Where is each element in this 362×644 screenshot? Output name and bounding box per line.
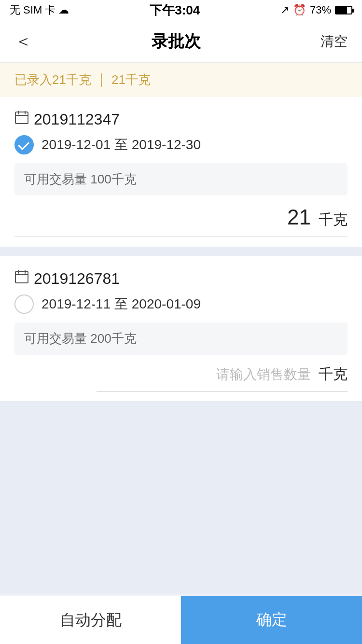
info-banner: 已录入21千克 21千克 [0,63,362,97]
location-icon: ↗ [280,4,289,16]
main-content: 已录入21千克 21千克 2019112347 2019-12-01 至 2 [0,63,362,643]
bottom-bar: 自动分配 确定 [0,596,362,644]
gray-area [0,401,362,594]
availability-text-1: 可用交易量 100千克 [24,172,137,186]
availability-text-2: 可用交易量 200千克 [24,331,137,346]
quantity-row-1: 21 千克 [0,196,362,237]
nav-bar: ＜ 录批次 清空 [0,20,362,63]
sim-label: 无 SIM 卡 ☁ [10,3,69,17]
batch-icon-1 [14,111,29,128]
batch-id-1: 2019112347 [34,111,120,128]
batch-date-row-2[interactable]: 2019-12-11 至 2020-01-09 [14,294,348,314]
availability-box-2: 可用交易量 200千克 [14,322,348,355]
radio-2[interactable] [14,294,34,314]
alarm-icon: ⏰ [293,4,306,16]
batch-icon-2 [14,270,29,287]
batch-header-1: 2019112347 [14,111,348,128]
recorded-label: 已录入21千克 [14,71,91,88]
section-divider [0,247,362,256]
input-unit-2: 千克 [319,364,348,384]
batch-id-2: 2019126781 [34,270,120,288]
battery-label: 73% [310,4,331,16]
batch-item-2: 2019126781 2019-12-11 至 2020-01-09 可用交易量… [0,256,362,355]
quantity-value-1[interactable]: 21 [287,205,311,229]
batch-item-1: 2019112347 2019-12-01 至 2019-12-30 可用交易量… [0,97,362,196]
radio-1[interactable] [14,135,34,154]
status-left: 无 SIM 卡 ☁ [10,3,69,17]
batch-date-2: 2019-12-11 至 2020-01-09 [42,295,201,313]
batch-card-2: 2019126781 2019-12-11 至 2020-01-09 可用交易量… [0,256,362,401]
battery-icon [335,6,352,14]
confirm-button[interactable]: 确定 [181,596,362,644]
svg-rect-0 [15,112,28,124]
batch-date-1: 2019-12-01 至 2019-12-30 [42,136,201,154]
input-placeholder-2: 请输入销售数量 [216,365,311,384]
svg-rect-4 [15,271,28,283]
auto-distribute-button[interactable]: 自动分配 [0,596,181,644]
batch-card-1: 2019112347 2019-12-01 至 2019-12-30 可用交易量… [0,97,362,247]
quantity-unit-1: 千克 [319,210,348,230]
page-title: 录批次 [152,30,201,53]
batch-date-row-1[interactable]: 2019-12-01 至 2019-12-30 [14,135,348,154]
status-bar: 无 SIM 卡 ☁ 下午3:04 ↗ ⏰ 73% [0,0,362,20]
status-time: 下午3:04 [150,2,200,19]
status-right: ↗ ⏰ 73% [280,4,352,16]
availability-box-1: 可用交易量 100千克 [14,163,348,196]
info-value: 21千克 [111,71,151,88]
input-row-2: 请输入销售数量 千克 [0,355,362,391]
info-divider [101,73,102,87]
batch-header-2: 2019126781 [14,270,348,288]
clear-button[interactable]: 清空 [320,32,348,51]
back-button[interactable]: ＜ [14,29,32,53]
